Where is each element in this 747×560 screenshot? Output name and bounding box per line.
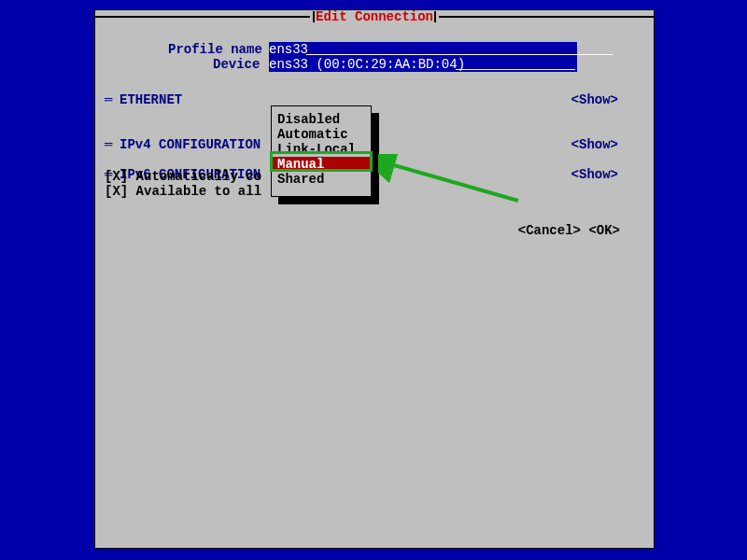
ethernet-row: ═ ETHERNET <Show> xyxy=(105,92,644,107)
ipv4-expand[interactable]: ═ xyxy=(105,137,112,152)
device-input[interactable]: ens33 (00:0C:29:AA:BD:04) xyxy=(269,57,577,72)
config-mode-dropdown[interactable]: Disabled Automatic Link-Local Manual Sha… xyxy=(271,105,372,197)
dropdown-item-shared[interactable]: Shared xyxy=(272,172,371,187)
available-all-checkbox[interactable]: [X] Available to all xyxy=(105,184,261,199)
dialog-title-bar: Edit Connection xyxy=(95,9,654,24)
dropdown-item-link-local[interactable]: Link-Local xyxy=(272,142,371,157)
dialog-content: Profile name ens33 Device ens33 (00:0C:2… xyxy=(105,29,644,74)
ok-button[interactable]: <OK> xyxy=(588,223,620,238)
dropdown-item-manual[interactable]: Manual xyxy=(272,157,371,172)
dropdown-item-automatic[interactable]: Automatic xyxy=(272,127,371,142)
dropdown-item-disabled[interactable]: Disabled xyxy=(272,112,371,127)
edit-connection-dialog: Edit Connection Profile name ens33 Devic… xyxy=(94,9,655,549)
ethernet-label: ETHERNET xyxy=(120,92,182,107)
ethernet-show-button[interactable]: <Show> xyxy=(571,92,618,107)
profile-name-label: Profile name xyxy=(168,42,262,57)
cancel-button[interactable]: <Cancel> xyxy=(518,223,581,238)
auto-connect-checkbox[interactable]: [X] Automatically co xyxy=(105,169,261,184)
profile-name-value: ens33 xyxy=(269,42,308,57)
ipv4-label: IPv4 CONFIGURATION xyxy=(120,137,261,152)
device-value: ens33 (00:0C:29:AA:BD:04) xyxy=(269,57,465,72)
profile-name-input[interactable]: ens33 xyxy=(269,42,577,57)
arrow-annotation xyxy=(378,154,528,210)
ipv6-show-button[interactable]: <Show> xyxy=(571,167,618,182)
dialog-title: Edit Connection xyxy=(95,9,654,24)
device-label: Device xyxy=(213,57,260,72)
ethernet-expand[interactable]: ═ xyxy=(105,92,112,107)
footer-buttons: <Cancel> <OK> xyxy=(518,223,620,238)
ipv4-show-button[interactable]: <Show> xyxy=(571,137,618,152)
